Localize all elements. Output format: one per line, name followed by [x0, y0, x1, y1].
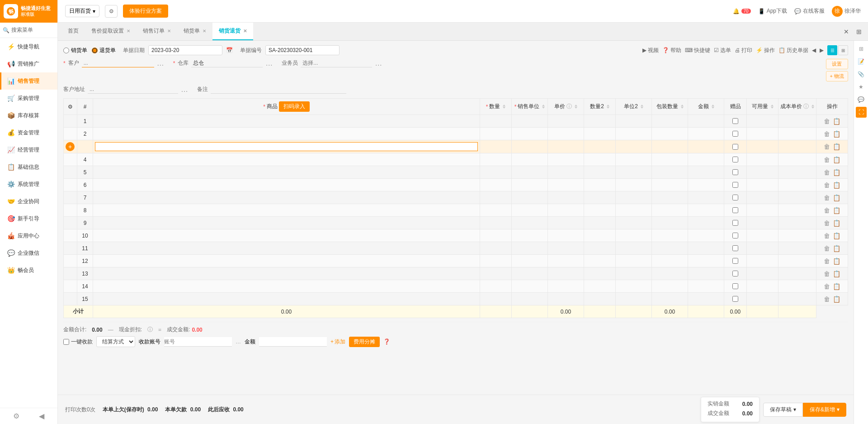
- gift-cb-1[interactable]: [732, 118, 738, 124]
- copy-9[interactable]: 📋: [833, 219, 840, 227]
- help-btn[interactable]: ❓ 帮助: [662, 47, 681, 54]
- row-unit2-1[interactable]: [616, 115, 652, 128]
- row-price-3[interactable]: [548, 140, 584, 153]
- sidebar-item-wechat[interactable]: 💬 企业微信: [0, 244, 57, 262]
- select-btn[interactable]: ☑ 选单: [714, 47, 731, 54]
- row-price-2[interactable]: [548, 128, 584, 140]
- row-pack-3[interactable]: [652, 140, 688, 153]
- copy-row-2-btn[interactable]: 📋: [833, 130, 840, 138]
- product-input-1[interactable]: [95, 118, 478, 124]
- gift-cb-7[interactable]: [732, 195, 738, 200]
- copy-row-1-btn[interactable]: 📋: [833, 118, 840, 125]
- row-qty-2[interactable]: [480, 128, 512, 140]
- row-qty2-1[interactable]: [584, 115, 616, 128]
- delete-row-3-btn[interactable]: 🗑: [824, 143, 830, 150]
- row-gift-1[interactable]: [724, 115, 747, 128]
- salesperson-input[interactable]: [301, 59, 372, 67]
- salesperson-more-btn[interactable]: …: [375, 59, 382, 67]
- row-avail-1[interactable]: [747, 115, 778, 128]
- video-btn[interactable]: ▶ 视频: [642, 47, 659, 54]
- account-more-btn[interactable]: …: [236, 338, 241, 345]
- sidebar-item-system[interactable]: ⚙️ 系统管理: [0, 176, 57, 193]
- row-unit-2[interactable]: [512, 128, 548, 140]
- row-unit2-3[interactable]: [616, 140, 652, 153]
- user-profile-btn[interactable]: 徐 徐泽华: [832, 6, 861, 17]
- del-4[interactable]: 🗑: [824, 156, 830, 163]
- tab-sales-order-close[interactable]: ✕: [167, 29, 171, 33]
- row-gift-2[interactable]: [724, 128, 747, 140]
- next-record-btn[interactable]: ▶: [820, 47, 824, 53]
- tab-sales-return-close[interactable]: ✕: [243, 29, 247, 33]
- gift-cb-12[interactable]: [732, 258, 738, 264]
- sidebar-item-basic[interactable]: 📋 基础信息: [0, 158, 57, 176]
- row-product-3[interactable]: [93, 140, 480, 153]
- sidebar-item-member[interactable]: 👑 畅会员: [0, 262, 57, 279]
- copy-11[interactable]: 📋: [833, 245, 840, 252]
- right-note-btn[interactable]: 📝: [856, 56, 867, 67]
- radio-sales-delivery-input[interactable]: [63, 48, 69, 53]
- online-service-btn[interactable]: 💬 在线客服: [794, 7, 825, 15]
- warehouse-more-btn[interactable]: …: [265, 59, 273, 67]
- copy-6[interactable]: 📋: [833, 181, 840, 189]
- shortcuts-btn[interactable]: ⌨ 快捷键: [685, 47, 710, 54]
- right-attach-btn[interactable]: 📎: [856, 69, 867, 80]
- row-product-1[interactable]: [93, 115, 480, 128]
- tab-home[interactable]: 首页: [61, 23, 85, 40]
- row-unit-3[interactable]: [512, 140, 548, 153]
- experience-button[interactable]: 体验行业方案: [123, 5, 168, 18]
- scan-input-btn[interactable]: 扫码录入: [279, 101, 310, 112]
- tab-price-settings[interactable]: 售价提取设置 ✕: [85, 23, 137, 40]
- one-click-payment-cb[interactable]: 一键收款: [63, 338, 93, 346]
- operation-btn[interactable]: ⚡ 操作: [756, 47, 775, 54]
- right-star-btn[interactable]: ★: [856, 81, 867, 92]
- amount-input[interactable]: [259, 337, 327, 347]
- gift-cb-10[interactable]: [732, 233, 738, 238]
- category-selector[interactable]: 日用百货 ▾: [65, 5, 99, 17]
- row-cost-3[interactable]: [778, 140, 816, 153]
- del-7[interactable]: 🗑: [824, 194, 830, 201]
- row-cost-1[interactable]: [778, 115, 816, 128]
- split-help-icon[interactable]: ❓: [383, 338, 390, 345]
- del-11[interactable]: 🗑: [824, 245, 830, 252]
- address-input[interactable]: [88, 85, 178, 94]
- header-gear-btn[interactable]: ⚙: [105, 5, 118, 18]
- right-expand-btn[interactable]: ⊞: [856, 43, 867, 54]
- form-settings-btn[interactable]: 设置: [826, 59, 848, 69]
- tab-close-all-btn[interactable]: ✕: [841, 26, 852, 37]
- del-13[interactable]: 🗑: [824, 270, 830, 277]
- sidebar-item-sales[interactable]: 📊 销售管理: [0, 72, 57, 90]
- history-btn[interactable]: 📋 历史单据: [778, 47, 808, 54]
- del-5[interactable]: 🗑: [824, 169, 830, 176]
- logistics-btn[interactable]: + 物流: [826, 71, 848, 81]
- copy-15[interactable]: 📋: [833, 295, 840, 303]
- del-14[interactable]: 🗑: [824, 283, 830, 290]
- tab-sales-order[interactable]: 销售订单 ✕: [137, 23, 177, 40]
- sidebar-item-operations[interactable]: 📈 经营管理: [0, 141, 57, 158]
- radio-return[interactable]: 退货单: [92, 47, 116, 54]
- gift-cb-15[interactable]: [732, 296, 738, 302]
- number-input[interactable]: [265, 45, 340, 55]
- row-cost-2[interactable]: [778, 128, 816, 140]
- del-9[interactable]: 🗑: [824, 219, 830, 227]
- date-input[interactable]: [148, 45, 222, 55]
- settlement-method-select[interactable]: 结算方式: [96, 336, 135, 347]
- sidebar-item-finance[interactable]: 💰 资金管理: [0, 124, 57, 141]
- messages-btn[interactable]: 🔔 70: [733, 8, 751, 14]
- grid-view-btn[interactable]: ⊞: [838, 45, 848, 55]
- row-pack-2[interactable]: [652, 128, 688, 140]
- row-avail-2[interactable]: [747, 128, 778, 140]
- del-15[interactable]: 🗑: [824, 295, 830, 303]
- copy-5[interactable]: 📋: [833, 169, 840, 176]
- copy-7[interactable]: 📋: [833, 194, 840, 201]
- copy-12[interactable]: 📋: [833, 257, 840, 265]
- row-qty2-2[interactable]: [584, 128, 616, 140]
- del-10[interactable]: 🗑: [824, 232, 830, 239]
- gift-cb-9[interactable]: [732, 220, 738, 226]
- copy-8[interactable]: 📋: [833, 207, 840, 214]
- right-msg-btn[interactable]: 💬: [856, 94, 867, 105]
- gift-cb-8[interactable]: [732, 207, 738, 213]
- list-view-btn[interactable]: ☰: [827, 45, 837, 55]
- print-btn[interactable]: 🖨 打印: [735, 47, 752, 54]
- gift-cb-4[interactable]: [732, 157, 738, 162]
- del-12[interactable]: 🗑: [824, 257, 830, 265]
